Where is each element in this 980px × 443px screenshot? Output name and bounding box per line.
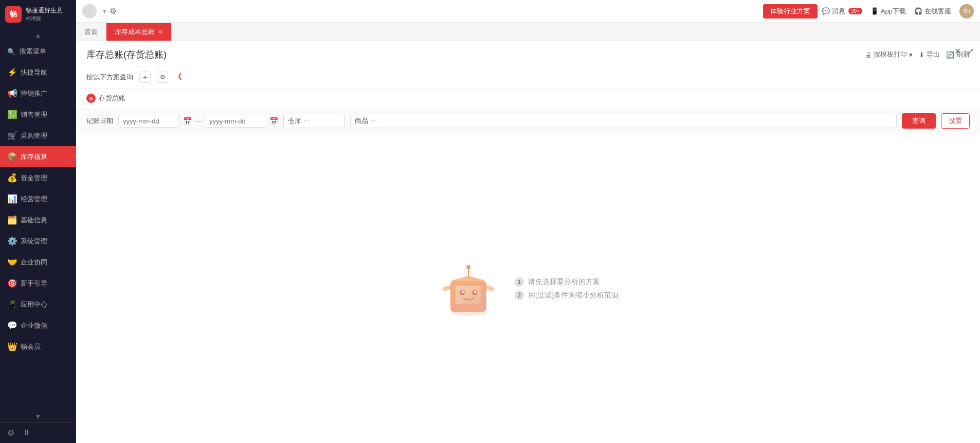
sidebar-item-purchase[interactable]: 🛒 采购管理 [0,125,76,146]
sidebar-audio-icon[interactable]: ⏸ [23,428,31,438]
product-more-icon[interactable]: ··· [370,116,377,126]
sidebar-item-basic[interactable]: 🗂️ 基础信息 [0,209,76,231]
product-select[interactable]: 商品 ··· [350,114,897,128]
sidebar-item-marketing[interactable]: 📢 营销推广 [0,83,76,104]
svg-point-10 [450,311,486,316]
sidebar-item-quick-nav[interactable]: ⚡ 快捷导航 [0,62,76,83]
tab-bar: 首页 库存成本总账 ✕ [76,23,980,41]
sidebar-logo: 畅 畅捷通好生意 标准版 [0,0,76,29]
scheme-icon: ⊕ [86,94,96,103]
query-bar: 记账日期 📅 — 📅 仓库 ··· 商品 ··· 查询 设置 [76,108,980,134]
sidebar-item-corp[interactable]: 🤝 企业协同 [0,252,76,273]
user-avatar-right[interactable]: Rit [959,4,974,19]
message-badge: 99+ [848,8,862,14]
filter-collapse-button[interactable]: 《 [174,73,182,82]
svg-rect-1 [456,286,481,304]
sidebar: 畅 畅捷通好生意 标准版 ▲ 🔍 搜索菜单 ⚡ 快捷导航 📢 营销推广 💹 销售… [0,0,76,443]
sidebar-item-wechat[interactable]: 💬 企业微信 [0,315,76,336]
sidebar-item-newbie[interactable]: 🎯 新手引导 [0,273,76,294]
print-template-action[interactable]: 🖨 按模板打印 ▾ [865,50,913,59]
empty-text: 1 请先选择要分析的方案 2 用[过滤]条件来缩小分析范围 [515,273,619,304]
operation-icon: 📊 [7,194,16,204]
filter-add-button[interactable]: + [139,72,151,83]
sidebar-bottom: ⚙ ⏸ [0,422,76,443]
nav-label: 资金管理 [21,173,47,183]
basic-icon: 🗂️ [7,215,16,225]
empty-illustration [438,258,499,320]
header-settings-icon[interactable]: ⚙ [110,6,117,16]
sidebar-item-inventory[interactable]: 📦 库存核算 [0,146,76,167]
warehouse-more-icon[interactable]: ··· [303,116,310,126]
panel-controls: ✕ ⤢ [952,45,976,57]
step2-num: 2 [515,291,524,300]
nav-label: 营销推广 [21,89,47,98]
nav-label: 企业微信 [21,321,47,330]
scroll-up[interactable]: ▲ [0,29,76,41]
content-panel: 库存总账(存货总账) 🖨 按模板打印 ▾ ⬇ 导出 🔄 刷新 ✕ [76,41,980,443]
download-icon: 📱 [870,7,879,15]
finance-icon: 💰 [7,173,16,183]
date-from-input[interactable] [118,115,180,128]
date-to-icon[interactable]: 📅 [269,117,278,125]
panel-expand-btn[interactable]: ⤢ [965,45,976,57]
export-action[interactable]: ⬇ 导出 [919,50,940,59]
nav-label: 系统管理 [21,237,47,246]
filter-label: 按以下方案查询 [86,73,133,82]
search-menu[interactable]: 🔍 搜索菜单 [0,41,76,62]
purchase-icon: 🛒 [7,131,16,140]
tab-home[interactable]: 首页 [76,23,106,41]
newbie-icon: 🎯 [7,278,16,288]
header-right: 💬 消息 99+ 📱 App下载 🎧 在线客服 Rit [822,4,974,19]
sidebar-item-sales[interactable]: 💹 销售管理 [0,104,76,125]
sidebar-item-app-center[interactable]: 📱 应用中心 [0,294,76,315]
dropdown-icon[interactable]: ▾ [103,7,106,15]
message-item[interactable]: 💬 消息 99+ [822,7,862,16]
quick-nav-icon: ⚡ [7,67,16,77]
sales-icon: 💹 [7,110,16,119]
header-user-area: ▾ ⚙ [82,4,759,19]
tab-inventory-ledger[interactable]: 库存成本总账 ✕ [106,23,172,41]
sidebar-item-finance[interactable]: 💰 资金管理 [0,167,76,188]
sidebar-item-operation[interactable]: 📊 经营管理 [0,188,76,209]
empty-step2: 2 用[过滤]条件来缩小分析范围 [515,291,619,300]
date-from-icon[interactable]: 📅 [183,117,192,125]
search-icon: 🔍 [7,48,15,56]
date-to-input[interactable] [205,115,266,128]
export-icon: ⬇ [919,51,924,59]
service-icon: 🎧 [914,7,922,15]
promo-button[interactable]: 体验行业方案 [763,4,818,19]
member-icon: 👑 [7,342,16,351]
top-header: ▾ ⚙ 体验行业方案 💬 消息 99+ 📱 App下载 🎧 在线客服 Rit [76,0,980,23]
svg-point-5 [474,291,476,293]
print-dropdown-icon[interactable]: ▾ [909,51,913,59]
wechat-icon: 💬 [7,321,16,330]
page-title: 库存总账(存货总账) [86,48,167,61]
sidebar-item-system[interactable]: ⚙️ 系统管理 [0,231,76,252]
query-button[interactable]: 查询 [902,113,936,129]
print-icon: 🖨 [865,51,872,59]
nav-label: 快捷导航 [21,68,47,77]
filter-bar: 按以下方案查询 + ⚙ 《 [76,66,980,88]
empty-state: 1 请先选择要分析的方案 2 用[过滤]条件来缩小分析范围 [76,134,980,443]
logo-icon: 畅 [5,6,22,23]
tab-close-icon[interactable]: ✕ [158,28,163,36]
sidebar-settings-icon[interactable]: ⚙ [7,428,14,438]
nav-label: 经营管理 [21,194,47,204]
online-service-item[interactable]: 🎧 在线客服 [914,7,951,16]
warehouse-select[interactable]: 仓库 ··· [283,114,345,128]
nav-label: 库存核算 [21,152,47,162]
scheme-item[interactable]: ⊕ 存货总账 [86,94,125,103]
scroll-down[interactable]: ▼ [0,411,76,422]
app-download-item[interactable]: 📱 App下载 [870,7,906,16]
page-header: 库存总账(存货总账) 🖨 按模板打印 ▾ ⬇ 导出 🔄 刷新 ✕ [76,41,980,66]
filter-settings-button[interactable]: ⚙ [157,72,168,83]
panel-close-btn[interactable]: ✕ [952,45,963,57]
message-icon: 💬 [822,7,830,15]
corp-icon: 🤝 [7,257,16,267]
sidebar-item-member[interactable]: 👑 畅会员 [0,336,76,357]
scheme-selector: ⊕ 存货总账 [76,88,980,108]
nav-label: 新手引导 [21,279,47,288]
logo-text: 畅捷通好生意 [26,7,63,15]
inventory-icon: 📦 [7,152,16,162]
settings-button[interactable]: 设置 [941,113,970,129]
